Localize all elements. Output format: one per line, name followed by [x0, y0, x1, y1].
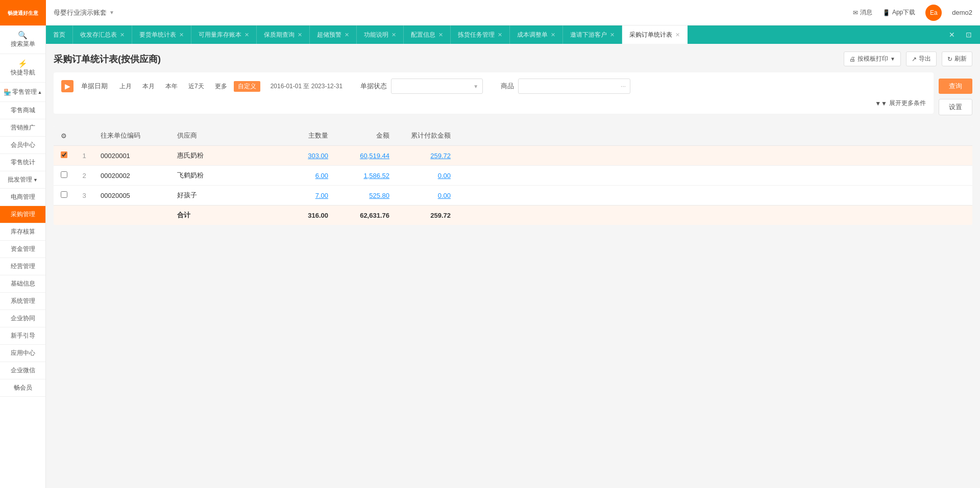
sidebar-item-member[interactable]: 畅会员 [0, 379, 45, 397]
table-footer-row: 合计 316.00 62,631.76 259.72 [54, 206, 972, 225]
tab-order-summary[interactable]: 要货单统计表 ✕ [132, 25, 191, 44]
shortcut-more[interactable]: 更多 [211, 81, 231, 92]
td-paid[interactable]: 0.00 [396, 186, 457, 206]
tab-purchase-summary[interactable]: 采购订单统计表 ✕ [622, 25, 688, 44]
table-row[interactable]: 2 00020002 飞鹤奶粉 6.00 1,586.52 0.00 [54, 166, 972, 186]
tab-invite-downstream-close[interactable]: ✕ [610, 32, 615, 38]
tab-pick-task[interactable]: 拣货任务管理 ✕ [451, 25, 510, 44]
td-amount[interactable]: 525.80 [334, 186, 396, 206]
sidebar-item-enterprise-wechat[interactable]: 企业微信 [0, 362, 45, 379]
sidebar-item-purchase-mgmt[interactable]: 采购管理 [0, 206, 45, 223]
tab-function-desc[interactable]: 功能说明 ✕ [357, 25, 404, 44]
td-qty[interactable]: 7.00 [273, 186, 334, 206]
username-label[interactable]: demo2 [952, 9, 972, 16]
tab-collect[interactable]: 收发存汇总表 ✕ [73, 25, 132, 44]
td-amount[interactable]: 60,519.44 [334, 146, 396, 166]
tab-config[interactable]: 配置信息 ✕ [404, 25, 451, 44]
td-supplier: 飞鹤奶粉 [171, 166, 273, 186]
sidebar-item-system[interactable]: 系统管理 [0, 293, 45, 310]
th-amount[interactable]: 金额 [334, 126, 396, 146]
tab-expiry-close[interactable]: ✕ [298, 32, 302, 38]
shortcut-this-year[interactable]: 本年 [161, 81, 182, 92]
print-arrow-icon: ▼ [890, 56, 895, 62]
th-code[interactable]: 往来单位编码 [94, 126, 171, 146]
maximize-btn[interactable]: ⊡ [962, 28, 976, 42]
expand-filter-btn[interactable]: ▼▼ 展开更多条件 [875, 99, 926, 108]
row-checkbox[interactable] [61, 151, 67, 158]
tab-expiry[interactable]: 保质期查询 ✕ [257, 25, 310, 44]
account-dropdown[interactable]: 母婴行业演示账套 ▼ [54, 8, 114, 17]
sidebar-item-search-label: 搜索菜单 [11, 40, 35, 48]
sidebar-item-retail-mgmt[interactable]: 🏪 零售管理 ▲ [0, 83, 45, 102]
tab-collect-close[interactable]: ✕ [120, 32, 125, 38]
tab-purchase-summary-close[interactable]: ✕ [675, 32, 680, 38]
td-supplier: 惠氏奶粉 [171, 146, 273, 166]
sidebar-item-inventory[interactable]: 库存核算 [0, 223, 45, 241]
sidebar-item-wholesale-mgmt[interactable]: 批发管理 ▼ [0, 171, 45, 189]
status-select[interactable]: ▼ [391, 79, 483, 94]
sidebar-item-retail-mall[interactable]: 零售商城 [0, 102, 45, 119]
td-checkbox[interactable] [54, 166, 74, 186]
tab-cost-adjust-close[interactable]: ✕ [551, 32, 555, 38]
sidebar-item-finance[interactable]: 资金管理 [0, 241, 45, 258]
goods-input[interactable]: ··· [518, 79, 630, 94]
print-button[interactable]: 🖨 按模板打印 ▼ [844, 52, 901, 66]
tab-overstock-close[interactable]: ✕ [345, 32, 349, 38]
user-avatar[interactable]: Ea [925, 5, 942, 21]
tab-usable-stock-close[interactable]: ✕ [244, 32, 249, 38]
sidebar-item-member-center[interactable]: 会员中心 [0, 137, 45, 154]
table-row[interactable]: 1 00020001 惠氏奶粉 303.00 60,519.44 259.72 [54, 146, 972, 166]
shortcut-custom[interactable]: 自定义 [234, 81, 260, 92]
app-download-btn[interactable]: 📱 App下载 [883, 8, 915, 17]
sidebar-item-ecommerce[interactable]: 电商管理 [0, 189, 45, 206]
td-amount[interactable]: 1,586.52 [334, 166, 396, 186]
td-checkbox[interactable] [54, 146, 74, 166]
sidebar-item-retail-stats[interactable]: 零售统计 [0, 154, 45, 171]
shortcut-7days[interactable]: 近7天 [184, 81, 208, 92]
td-checkbox[interactable] [54, 186, 74, 206]
settings-button[interactable]: 设置 [939, 99, 972, 115]
tab-usable-stock[interactable]: 可用量库存账本 ✕ [191, 25, 257, 44]
date-range-value: 2016-01-01 至 2023-12-31 [271, 82, 342, 91]
tab-overstock-label: 超储预警 [317, 31, 341, 39]
refresh-button[interactable]: ↻ 刷新 [942, 52, 972, 66]
page-actions: 🖨 按模板打印 ▼ ↗ 导出 ↻ 刷新 [844, 52, 972, 66]
sidebar-item-operations[interactable]: 经营管理 [0, 258, 45, 275]
sidebar-item-enterprise[interactable]: 企业协同 [0, 310, 45, 327]
close-tab-btn[interactable]: ✕ [945, 28, 959, 42]
tab-invite-downstream[interactable]: 邀请下游客户 ✕ [563, 25, 622, 44]
sidebar-item-newbie[interactable]: 新手引导 [0, 327, 45, 345]
sidebar-item-app-center-label: 应用中心 [11, 349, 35, 357]
sidebar-item-search[interactable]: 🔍 搜索菜单 [0, 25, 45, 54]
tab-overstock[interactable]: 超储预警 ✕ [310, 25, 357, 44]
tab-cost-adjust[interactable]: 成本调整单 ✕ [510, 25, 563, 44]
td-qty[interactable]: 6.00 [273, 166, 334, 186]
th-qty[interactable]: 主数量 [273, 126, 334, 146]
sidebar-item-quick-nav[interactable]: ⚡ 快捷导航 [0, 54, 45, 83]
table-row[interactable]: 3 00020005 好孩子 7.00 525.80 0.00 [54, 186, 972, 206]
sidebar-item-basics[interactable]: 基础信息 [0, 275, 45, 293]
query-button[interactable]: 查询 [939, 79, 972, 94]
filter-toggle-btn[interactable]: ▶ [61, 80, 74, 92]
td-qty[interactable]: 303.00 [273, 146, 334, 166]
th-settings[interactable]: ⚙ [54, 126, 74, 146]
tab-function-desc-close[interactable]: ✕ [391, 32, 396, 38]
sidebar-item-app-center[interactable]: 应用中心 [0, 345, 45, 362]
row-checkbox[interactable] [61, 171, 67, 178]
message-btn[interactable]: ✉ 消息 [853, 8, 872, 17]
tf-empty1 [54, 206, 74, 225]
tab-pick-task-close[interactable]: ✕ [498, 32, 502, 38]
filter-area: ▶ 单据日期 上月 本月 本年 近7天 更多 自定义 2016-01-01 至 … [54, 72, 934, 114]
tab-order-summary-close[interactable]: ✕ [179, 32, 184, 38]
th-supplier[interactable]: 供应商 [171, 126, 273, 146]
shortcut-last-month[interactable]: 上月 [115, 81, 136, 92]
td-paid[interactable]: 259.72 [396, 146, 457, 166]
td-paid[interactable]: 0.00 [396, 166, 457, 186]
row-checkbox[interactable] [61, 191, 67, 198]
export-button[interactable]: ↗ 导出 [906, 52, 937, 66]
shortcut-this-month[interactable]: 本月 [138, 81, 159, 92]
sidebar-item-marketing[interactable]: 营销推广 [0, 119, 45, 137]
tab-config-close[interactable]: ✕ [438, 32, 443, 38]
th-paid[interactable]: 累计付款金额 [396, 126, 457, 146]
tab-home[interactable]: 首页 [46, 25, 73, 44]
